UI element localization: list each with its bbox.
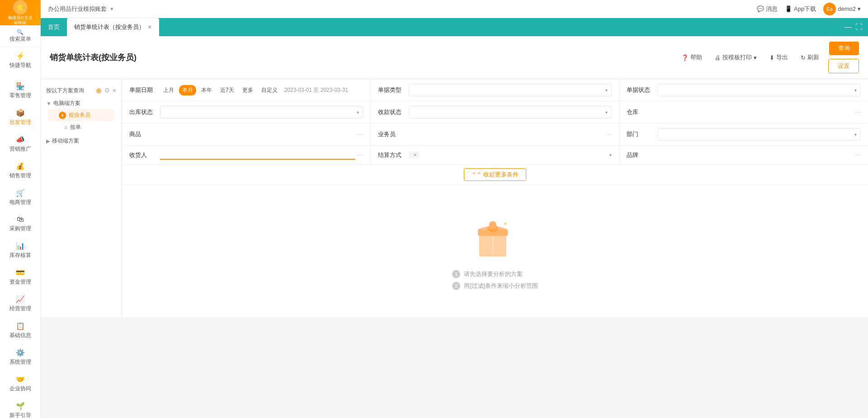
- query-button[interactable]: 查询: [829, 42, 859, 55]
- doc-type-arrow: ▾: [605, 88, 608, 93]
- topbar-dropdown-icon[interactable]: ▾: [110, 5, 113, 12]
- marketing-label: 营销推广: [9, 145, 31, 153]
- filter-cell-consignee: 收货人 ···: [122, 146, 371, 164]
- help-btn[interactable]: ❓ 帮助: [678, 52, 706, 63]
- message-btn[interactable]: 💬 消息: [757, 5, 778, 13]
- sidebar-item-basic[interactable]: 📋 基础信息: [0, 317, 40, 344]
- outbound-label: 出库状态: [129, 108, 156, 116]
- date-btn-this-year[interactable]: 本年: [198, 85, 215, 95]
- export-btn[interactable]: ⬇ 导出: [766, 52, 792, 63]
- mobile-group-title[interactable]: ▶ 移动端方案: [46, 137, 116, 145]
- sidebar-item-retail[interactable]: 🏪 零售管理: [0, 77, 40, 104]
- filter-cell-doc-status: 单据状态 ▾: [619, 79, 868, 101]
- warehouse-dots[interactable]: ···: [855, 108, 861, 116]
- sidebar-item-sales[interactable]: 💰 销售管理: [0, 157, 40, 184]
- date-btn-last7[interactable]: 近7天: [217, 85, 237, 95]
- page-title: 销货单统计表(按业务员): [50, 52, 137, 63]
- ops-label: 经营管理: [9, 305, 31, 313]
- tab-sales-stats[interactable]: 销货单统计表（按业务员） ✕: [67, 18, 159, 36]
- doc-type-label: 单据类型: [378, 86, 405, 94]
- payment-select[interactable]: ▾: [409, 106, 612, 119]
- sidebar-item-enterprise[interactable]: 🤝 企业协同: [0, 370, 40, 397]
- topbar-title: 办公用品行业模拟账套: [48, 5, 107, 13]
- ecommerce-icon: 🛒: [16, 189, 25, 197]
- staff-dots[interactable]: ···: [606, 130, 612, 138]
- scheme-settings-icon[interactable]: ⊙: [104, 86, 110, 95]
- quick-nav-label: 快捷导航: [9, 62, 31, 69]
- sidebar-item-system[interactable]: ⚙️ 系统管理: [0, 344, 40, 370]
- ops-icon: 📈: [16, 295, 25, 304]
- filter-cell-settlement: 结算方式 ✕ ▾: [371, 146, 619, 164]
- tab-minimize-icon[interactable]: —: [844, 23, 852, 31]
- marketing-icon: 📣: [16, 135, 25, 144]
- desktop-group: ▼ 电脑端方案 ● 按业务员 ≡ 按单: [41, 98, 122, 135]
- sidebar-item-newuser[interactable]: 🌱 新手引导: [0, 397, 40, 418]
- sidebar-item-inventory[interactable]: 📊 库存核算: [0, 237, 40, 264]
- date-btn-custom[interactable]: 自定义: [258, 85, 281, 95]
- filter-cell-warehouse: 仓库 ···: [619, 101, 868, 123]
- svg-text:✦: ✦: [481, 228, 485, 233]
- empty-tip-2: 2 用[过滤]条件来缩小分析范围: [452, 282, 538, 290]
- tab-close-icon[interactable]: ✕: [147, 24, 152, 30]
- collapse-panel-icon[interactable]: «: [113, 86, 116, 95]
- sidebar-item-ecommerce[interactable]: 🛒 电商管理: [0, 184, 40, 211]
- finance-label: 资金管理: [9, 278, 31, 286]
- sidebar-item-ops[interactable]: 📈 经营管理: [0, 290, 40, 317]
- date-options: 上月 本月 本年 近7天 更多 自定义 2023-03-01 至 2023-03…: [160, 85, 348, 95]
- retail-label: 零售管理: [9, 92, 31, 100]
- filter-cell-staff: 业务员 ···: [371, 124, 619, 145]
- filter-cell-outbound: 出库状态 ▾: [122, 101, 371, 123]
- export-icon: ⬇: [769, 54, 774, 61]
- date-btn-last-month[interactable]: 上月: [160, 85, 177, 95]
- tab-expand-icon[interactable]: ⛶: [855, 23, 863, 31]
- wholesale-icon: 📦: [16, 109, 25, 117]
- add-scheme-icon[interactable]: ⊕: [96, 86, 102, 95]
- app-subtitle: 标账版: [8, 20, 33, 25]
- sidebar-item-purchase[interactable]: 🛍 采购管理: [0, 211, 40, 237]
- dept-select[interactable]: ▾: [657, 128, 861, 141]
- consignee-label: 收货人: [129, 151, 156, 159]
- refresh-btn[interactable]: ↻ 刷新: [797, 52, 823, 63]
- tabbar-actions: — ⛶: [844, 23, 868, 31]
- consignee-dots[interactable]: ···: [357, 151, 363, 159]
- settings-button[interactable]: 设置: [828, 59, 859, 73]
- left-panel-actions: ⊕ ⊙ «: [96, 86, 116, 95]
- desktop-group-title[interactable]: ▼ 电脑端方案: [46, 100, 116, 107]
- inventory-icon: 📊: [16, 242, 25, 250]
- empty-illustration: ✦ ✦: [472, 216, 518, 261]
- basic-icon: 📋: [16, 322, 25, 330]
- date-btn-more[interactable]: 更多: [239, 85, 256, 95]
- user-menu[interactable]: Ea demo2 ▾: [823, 3, 861, 15]
- search-menu[interactable]: 🔍 搜索菜单: [0, 25, 40, 47]
- user-name: demo2: [838, 5, 856, 12]
- settlement-arrow[interactable]: ▾: [609, 152, 612, 157]
- enterprise-icon: 🤝: [16, 375, 25, 384]
- right-filter: 单据日期 上月 本月 本年 近7天 更多 自定义 2023-03-01 至 20…: [122, 79, 868, 317]
- tab-home[interactable]: 首页: [41, 18, 67, 36]
- sidebar-item-marketing[interactable]: 📣 营销推广: [0, 131, 40, 157]
- doc-status-arrow: ▾: [854, 88, 857, 93]
- date-btn-this-month[interactable]: 本月: [179, 85, 196, 95]
- collapse-btn[interactable]: ⌃⌃ 收起更多条件: [464, 168, 526, 181]
- scheme-icon: ●: [59, 112, 66, 119]
- consignee-input[interactable]: [160, 150, 355, 160]
- doc-type-select[interactable]: ▾: [409, 84, 612, 96]
- home-tab-label: 首页: [48, 23, 60, 31]
- template-print-btn[interactable]: 🖨 按模板打印 ▾: [711, 52, 760, 63]
- sidebar-item-quick-nav[interactable]: ⚡ 快捷导航: [0, 47, 40, 74]
- doc-status-select[interactable]: ▾: [657, 84, 861, 96]
- empty-tips: 1 请先选择要分析的方案 2 用[过滤]条件来缩小分析范围: [452, 270, 538, 290]
- sidebar-item-wholesale[interactable]: 📦 批发管理: [0, 104, 40, 131]
- download-icon: 📱: [785, 5, 792, 12]
- scheme-by-order[interactable]: ≡ 按单: [48, 122, 114, 133]
- app-download-btn[interactable]: 📱 App下载: [785, 5, 816, 13]
- retail-icon: 🏪: [16, 82, 25, 90]
- outbound-select[interactable]: ▾: [160, 106, 363, 119]
- sidebar-item-finance[interactable]: 💳 资金管理: [0, 264, 40, 290]
- brand-dots[interactable]: ···: [855, 151, 861, 159]
- settlement-clear-icon[interactable]: ✕: [413, 152, 417, 157]
- scheme-by-staff[interactable]: ● 按业务员: [48, 109, 114, 121]
- refresh-icon: ↻: [801, 54, 806, 61]
- empty-tip-1: 1 请先选择要分析的方案: [452, 270, 538, 278]
- goods-dots[interactable]: ···: [357, 130, 363, 138]
